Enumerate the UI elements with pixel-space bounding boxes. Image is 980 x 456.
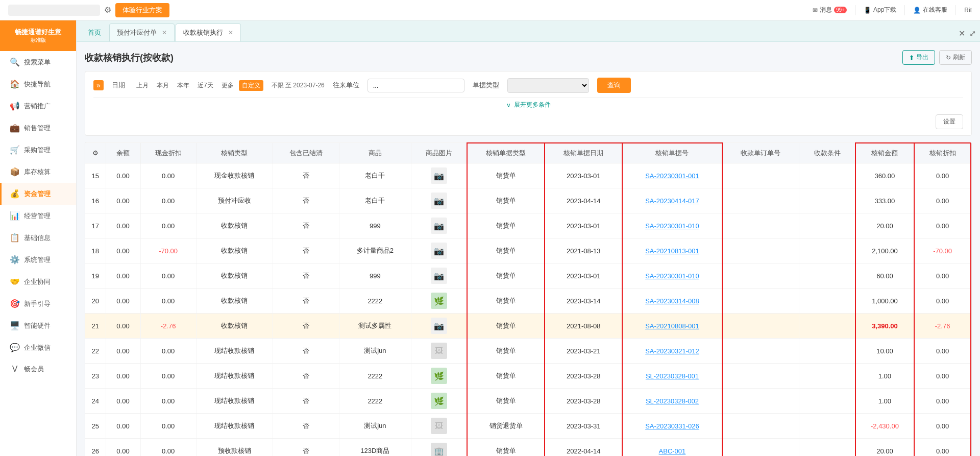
sidebar-item-guide[interactable]: 🎯 新手引导 xyxy=(0,293,76,315)
table-row: 210.00-2.76收款核销否测试多属性📷销货单2021-08-08SA-20… xyxy=(85,314,971,339)
cell-writeoff-bill-no[interactable]: SA-20230301-010 xyxy=(622,213,722,238)
cell-writeoff-bill-no[interactable]: ABC-001 xyxy=(622,439,722,457)
tab-close-window-btn[interactable]: ✕ xyxy=(959,29,965,38)
date-btn-last-month[interactable]: 上月 xyxy=(133,80,152,91)
cell-writeoff-bill-date: 2023-03-31 xyxy=(545,414,622,439)
cell-writeoff-bill-no[interactable]: SA-20230314-008 xyxy=(622,289,722,314)
page-actions: ⬆ 导出 ↻ 刷新 xyxy=(902,50,972,65)
cell-writeoff-bill-no[interactable]: SA-20230331-026 xyxy=(622,414,722,439)
query-btn[interactable]: 查询 xyxy=(597,78,631,93)
online-service-btn[interactable]: 👤 在线客服 xyxy=(913,6,947,14)
setting-btn[interactable]: 设置 xyxy=(936,114,963,129)
cell-writeoff-bill-no[interactable]: SA-20230301-010 xyxy=(622,263,722,289)
sidebar-item-enterprise[interactable]: 🤝 企业协同 xyxy=(0,271,76,293)
sidebar-item-inventory[interactable]: 📦 库存核算 xyxy=(0,161,76,183)
th-writeoff-amount: 核销金额 xyxy=(855,143,914,163)
refresh-icon: ↻ xyxy=(946,54,951,61)
sidebar-item-business[interactable]: 📊 经营管理 xyxy=(0,205,76,227)
tab-writeoff[interactable]: 收款核销执行 ✕ xyxy=(176,23,241,41)
message-btn[interactable]: ✉ 消息 99+ xyxy=(813,6,847,14)
date-btn-more[interactable]: 更多 xyxy=(218,80,237,91)
sidebar-label-inventory: 库存核算 xyxy=(24,167,51,177)
sidebar-item-capital[interactable]: 💰 资金管理 xyxy=(0,183,76,205)
sidebar-item-sales[interactable]: 💼 销售管理 xyxy=(0,117,76,139)
tab-prepay-close[interactable]: ✕ xyxy=(162,29,167,36)
cell-writeoff-bill-type: 销货单 xyxy=(467,213,545,238)
cell-receipt-condition xyxy=(799,238,855,263)
sidebar-item-hardware[interactable]: 🖥️ 智能硬件 xyxy=(0,315,76,337)
cell-writeoff-bill-type: 销货单 xyxy=(467,188,545,213)
cell-writeoff-discount: 0.00 xyxy=(914,163,971,188)
cell-writeoff-bill-no[interactable]: SL-20230328-001 xyxy=(622,364,722,389)
cell-writeoff-bill-no[interactable]: SA-20230301-001 xyxy=(622,163,722,188)
cell-writeoff-bill-no[interactable]: SA-20230414-017 xyxy=(622,188,722,213)
table-row: 150.000.00现金收款核销否老白干📷销货单2023-03-01SA-202… xyxy=(85,163,971,188)
cell-writeoff-type: 现结收款核销 xyxy=(196,339,273,364)
cell-receipt-order-no xyxy=(722,339,799,364)
search-input[interactable] xyxy=(8,5,100,16)
cell-writeoff-bill-date: 2021-08-08 xyxy=(545,314,622,339)
sidebar-item-basic[interactable]: 📋 基础信息 xyxy=(0,227,76,249)
cell-balance: 0.00 xyxy=(106,188,140,213)
sidebar-item-marketing[interactable]: 📢 营销推广 xyxy=(0,95,76,117)
sidebar-label-purchase: 采购管理 xyxy=(24,146,51,155)
cell-goods: 999 xyxy=(339,263,411,289)
refresh-btn[interactable]: ↻ 刷新 xyxy=(939,50,972,65)
cell-writeoff-bill-no[interactable]: SA-20210808-001 xyxy=(622,314,722,339)
gear-icon[interactable]: ⚙ xyxy=(104,5,111,15)
app-download-label: App下载 xyxy=(873,6,896,14)
tab-prepay[interactable]: 预付冲应付单 ✕ xyxy=(109,23,175,41)
cell-receipt-order-no xyxy=(722,314,799,339)
sidebar-item-system[interactable]: ⚙️ 系统管理 xyxy=(0,249,76,271)
cell-writeoff-amount: 20.00 xyxy=(855,439,914,457)
cell-goods-image: 📷 xyxy=(411,263,467,289)
cell-include-settled: 否 xyxy=(273,163,339,188)
cell-writeoff-amount: 1.00 xyxy=(855,389,914,414)
tab-home[interactable]: 首页 xyxy=(81,24,108,41)
cell-writeoff-bill-type: 销货单 xyxy=(467,314,545,339)
cell-writeoff-bill-no[interactable]: SA-20230321-012 xyxy=(622,339,722,364)
cell-writeoff-bill-date: 2023-03-01 xyxy=(545,163,622,188)
sidebar-item-wechat[interactable]: 💬 企业微信 xyxy=(0,337,76,358)
date-btn-this-month[interactable]: 本月 xyxy=(154,80,172,91)
capital-icon: 💰 xyxy=(10,189,20,199)
cell-receipt-order-no xyxy=(722,263,799,289)
cell-writeoff-bill-no[interactable]: SL-20230328-002 xyxy=(622,389,722,414)
cell-receipt-condition xyxy=(799,414,855,439)
tab-writeoff-close[interactable]: ✕ xyxy=(228,29,233,36)
sidebar-item-quick-nav[interactable]: 🏠 快捷导航 xyxy=(0,73,76,95)
user-name[interactable]: Rit xyxy=(964,7,972,14)
export-btn[interactable]: ⬆ 导出 xyxy=(902,50,935,65)
cell-cash-discount: 0.00 xyxy=(140,439,196,457)
cell-writeoff-bill-no[interactable]: SA-20210813-001 xyxy=(622,238,722,263)
filter-row: » 日期 上月 本月 本年 近7天 更多 自定义 不限 至 2023-07-26… xyxy=(93,78,963,93)
date-btn-custom[interactable]: 自定义 xyxy=(239,80,263,91)
cell-cash-discount: 0.00 xyxy=(140,339,196,364)
date-btn-7days[interactable]: 近7天 xyxy=(194,80,216,91)
from-unit-input[interactable] xyxy=(368,79,464,92)
sidebar-item-purchase[interactable]: 🛒 采购管理 xyxy=(0,139,76,161)
tab-maximize-btn[interactable]: ⤢ xyxy=(969,29,976,38)
cell-cash-discount: 0.00 xyxy=(140,188,196,213)
voucher-type-select[interactable] xyxy=(507,78,589,93)
sidebar-label-capital: 资金管理 xyxy=(24,189,51,199)
cell-receipt-order-no xyxy=(722,439,799,457)
logo-text: 畅捷通谱好生意 xyxy=(15,28,61,37)
refresh-label: 刷新 xyxy=(953,53,965,62)
cell-writeoff-amount: 360.00 xyxy=(855,163,914,188)
cell-goods: 2222 xyxy=(339,289,411,314)
cell-goods-image: 🌿 xyxy=(411,389,467,414)
sidebar-item-member[interactable]: V 畅会员 xyxy=(0,358,76,380)
date-btn-this-year[interactable]: 本年 xyxy=(174,80,192,91)
sidebar-item-search[interactable]: 🔍 搜索菜单 xyxy=(0,51,76,73)
industry-btn[interactable]: 体验行业方案 xyxy=(115,3,169,17)
main-table: ⚙ 余额 现金折扣 核销类型 包含已结清 商品 商品图片 核销单据类型 核销单据… xyxy=(85,142,971,456)
expand-btn[interactable]: » xyxy=(93,80,104,90)
more-filters-row[interactable]: ∨ 展开更多条件 xyxy=(93,97,963,109)
cell-goods-image: 📷 xyxy=(411,188,467,213)
app-download-btn[interactable]: 📱 App下载 xyxy=(864,6,896,14)
cell-writeoff-bill-type: 销货单 xyxy=(467,163,545,188)
cell-cash-discount: 0.00 xyxy=(140,213,196,238)
cell-writeoff-amount: 2,100.00 xyxy=(855,238,914,263)
table-header-row: ⚙ 余额 现金折扣 核销类型 包含已结清 商品 商品图片 核销单据类型 核销单据… xyxy=(85,143,971,163)
